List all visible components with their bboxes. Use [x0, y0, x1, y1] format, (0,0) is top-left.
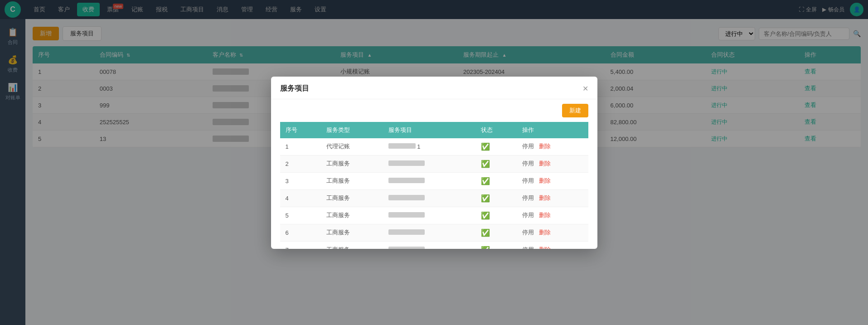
modal-cell-type: 工商服务: [321, 172, 383, 189]
modal-cell-action: 停用 删除: [517, 224, 588, 241]
modal-cell-action: 停用 删除: [517, 155, 588, 172]
modal-cell-action: 停用 删除: [517, 138, 588, 155]
item-blurred: [388, 247, 425, 249]
item-blurred: [388, 229, 425, 235]
modal-col-type: 服务类型: [321, 122, 383, 138]
modal-col-item: 服务项目: [383, 122, 476, 138]
stop-action-btn[interactable]: 停用: [522, 246, 534, 249]
modal-cell-type: 代理记账: [321, 138, 383, 155]
stop-action-btn[interactable]: 停用: [522, 212, 534, 218]
item-blurred: [388, 178, 425, 183]
status-check-icon: ✅: [481, 212, 490, 219]
modal-cell-type: 工商服务: [321, 189, 383, 207]
modal-table-header: 序号 服务类型 服务项目 状态 操作: [280, 122, 588, 138]
modal-cell-type: 工商服务: [321, 155, 383, 172]
modal-overlay: 服务项目 ✕ 新建 序号 服务类型 服务项目 状态: [25, 19, 868, 325]
item-blurred: [388, 143, 416, 149]
delete-action-btn[interactable]: 删除: [539, 177, 551, 184]
modal-cell-status: ✅: [475, 224, 516, 241]
modal-table-row: 1 代理记账 1 ✅ 停用 删除: [280, 138, 588, 155]
item-blurred: [388, 195, 425, 200]
stop-action-btn[interactable]: 停用: [522, 177, 534, 184]
service-items-modal: 服务项目 ✕ 新建 序号 服务类型 服务项目 状态: [271, 77, 597, 249]
modal-cell-status: ✅: [475, 172, 516, 189]
modal-table-row: 2 工商服务 ✅ 停用 删除: [280, 155, 588, 172]
modal-new-button[interactable]: 新建: [562, 104, 588, 117]
modal-table-row: 4 工商服务 ✅ 停用 删除: [280, 189, 588, 207]
modal-cell-item: [383, 224, 476, 241]
stop-action-btn[interactable]: 停用: [522, 160, 534, 167]
service-items-table: 序号 服务类型 服务项目 状态 操作 1 代理记账 1 ✅ 停用 删除: [280, 122, 588, 249]
modal-cell-seq: 2: [280, 155, 321, 172]
stop-action-btn[interactable]: 停用: [522, 194, 534, 201]
modal-table-row: 6 工商服务 ✅ 停用 删除: [280, 224, 588, 241]
item-blurred: [388, 160, 425, 166]
item-blurred: [388, 212, 425, 218]
main-layout: 📋 合同💰 收费📊 对账单 新增 服务项目 进行中已完成已取消 🔍 序号 合同编…: [0, 19, 868, 325]
modal-body: 序号 服务类型 服务项目 状态 操作 1 代理记账 1 ✅ 停用 删除: [271, 122, 597, 249]
main-content: 新增 服务项目 进行中已完成已取消 🔍 序号 合同编码 ⇅ 客户名称 ⇅ 服务项…: [25, 19, 868, 325]
status-check-icon: ✅: [481, 160, 490, 168]
modal-table-row: 3 工商服务 ✅ 停用 删除: [280, 172, 588, 189]
modal-title: 服务项目: [280, 84, 309, 93]
modal-cell-status: ✅: [475, 138, 516, 155]
modal-header-row: 序号 服务类型 服务项目 状态 操作: [280, 122, 588, 138]
modal-cell-type: 工商服务: [321, 207, 383, 224]
modal-cell-action: 停用 删除: [517, 207, 588, 224]
modal-table-row: 7 工商服务 ✅ 停用 删除: [280, 241, 588, 249]
modal-col-seq: 序号: [280, 122, 321, 138]
modal-cell-item: [383, 189, 476, 207]
delete-action-btn[interactable]: 删除: [539, 143, 551, 150]
modal-table-row: 5 工商服务 ✅ 停用 删除: [280, 207, 588, 224]
status-check-icon: ✅: [481, 143, 490, 150]
modal-cell-seq: 6: [280, 224, 321, 241]
modal-cell-item: 1: [383, 138, 476, 155]
stop-action-btn[interactable]: 停用: [522, 229, 534, 236]
modal-cell-status: ✅: [475, 207, 516, 224]
modal-cell-type: 工商服务: [321, 224, 383, 241]
modal-toolbar: 新建: [271, 99, 597, 122]
modal-cell-action: 停用 删除: [517, 172, 588, 189]
modal-col-status: 状态: [475, 122, 516, 138]
delete-action-btn[interactable]: 删除: [539, 160, 551, 167]
modal-col-action: 操作: [517, 122, 588, 138]
modal-cell-status: ✅: [475, 189, 516, 207]
modal-cell-item: [383, 172, 476, 189]
modal-cell-item: [383, 207, 476, 224]
modal-cell-seq: 3: [280, 172, 321, 189]
modal-cell-seq: 4: [280, 189, 321, 207]
modal-table-body: 1 代理记账 1 ✅ 停用 删除 2 工商服务 ✅ 停用 删除 3 工商服务 ✅…: [280, 138, 588, 249]
modal-cell-seq: 7: [280, 241, 321, 249]
status-check-icon: ✅: [481, 229, 490, 237]
modal-cell-item: [383, 241, 476, 249]
modal-cell-seq: 1: [280, 138, 321, 155]
modal-cell-status: ✅: [475, 155, 516, 172]
status-check-icon: ✅: [481, 194, 490, 202]
delete-action-btn[interactable]: 删除: [539, 246, 551, 249]
modal-cell-seq: 5: [280, 207, 321, 224]
modal-cell-item: [383, 155, 476, 172]
modal-cell-action: 停用 删除: [517, 189, 588, 207]
stop-action-btn[interactable]: 停用: [522, 143, 534, 150]
modal-header: 服务项目 ✕: [271, 77, 597, 99]
delete-action-btn[interactable]: 删除: [539, 229, 551, 236]
modal-cell-type: 工商服务: [321, 241, 383, 249]
delete-action-btn[interactable]: 删除: [539, 212, 551, 218]
modal-cell-status: ✅: [475, 241, 516, 249]
status-check-icon: ✅: [481, 177, 490, 185]
delete-action-btn[interactable]: 删除: [539, 194, 551, 201]
modal-close-button[interactable]: ✕: [582, 84, 588, 93]
status-check-icon: ✅: [481, 246, 490, 249]
modal-cell-action: 停用 删除: [517, 241, 588, 249]
